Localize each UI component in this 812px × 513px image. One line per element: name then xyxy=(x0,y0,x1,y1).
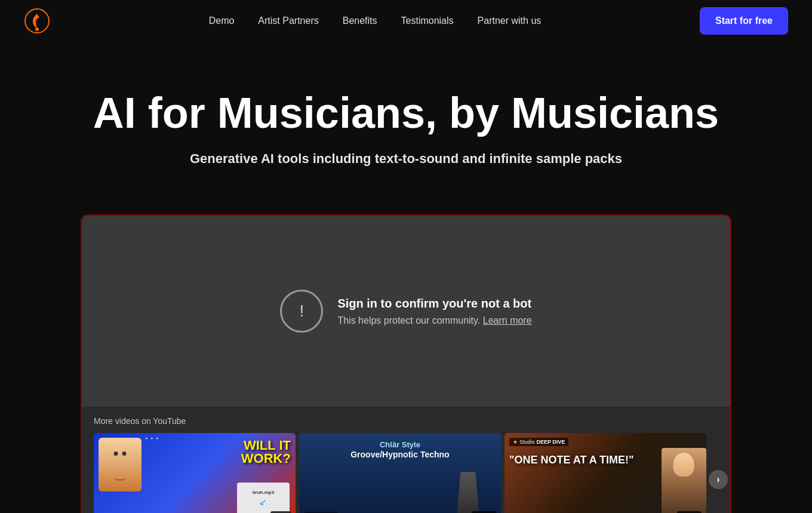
nav-item-testimonials[interactable]: Testimonials xyxy=(401,16,454,26)
navbar: Demo Artist Partners Benefits Testimonia… xyxy=(0,0,812,42)
logo-icon xyxy=(24,8,50,34)
video-section: ! Sign in to confirm you're not a bot Th… xyxy=(0,214,812,513)
youtube-strip: More videos on YouTube xyxy=(82,407,730,513)
nav-link-testimonials[interactable]: Testimonials xyxy=(401,16,454,26)
nav-links: Demo Artist Partners Benefits Testimonia… xyxy=(209,16,542,26)
youtube-label: More videos on YouTube xyxy=(94,416,718,426)
exclamation-icon: ! xyxy=(300,303,304,320)
video-thumbnail-2[interactable]: Chlär Style Groove/Hypnotic Techno ▦ Abl… xyxy=(299,433,501,513)
error-subtitle: This helps protect our community. Learn … xyxy=(337,315,531,326)
chevron-right-icon: › xyxy=(716,474,719,485)
video-container: ! Sign in to confirm you're not a bot Th… xyxy=(81,214,731,513)
thumb2-line2: Groove/Hypnotic Techno xyxy=(304,450,496,460)
video-thumbnails-wrapper: ✦ ✦ ✦ WILL IT WORK? bruh.mp3 ↙ xyxy=(94,433,718,513)
video-thumbnail-3[interactable]: ★ Studio DEEP DIVE "ONE NOTE AT A TIME!"… xyxy=(505,433,706,513)
thumb-1-background: ✦ ✦ ✦ WILL IT WORK? bruh.mp3 ↙ xyxy=(94,433,296,513)
hero-title: AI for Musicians, by Musicians xyxy=(24,90,788,137)
video-error: ! Sign in to confirm you're not a bot Th… xyxy=(256,266,555,357)
nav-link-benefits[interactable]: Benefits xyxy=(343,16,377,26)
thumb-3-background: ★ Studio DEEP DIVE "ONE NOTE AT A TIME!" xyxy=(505,433,706,513)
thumb-2-background: Chlär Style Groove/Hypnotic Techno ▦ Abl… xyxy=(299,433,501,513)
error-title: Sign in to confirm you're not a bot xyxy=(337,297,531,311)
error-icon-circle: ! xyxy=(280,290,323,333)
hero-subtitle: Generative AI tools including text-to-so… xyxy=(24,151,788,167)
thumb2-line1: Chlär Style xyxy=(304,440,496,450)
nav-link-artist-partners[interactable]: Artist Partners xyxy=(258,16,318,26)
logo-container[interactable] xyxy=(24,8,50,34)
video-thumbnails: ✦ ✦ ✦ WILL IT WORK? bruh.mp3 ↙ xyxy=(94,433,706,513)
thumb1-work-text: WORK? xyxy=(213,452,291,465)
learn-more-link[interactable]: Learn more xyxy=(483,315,532,325)
thumb3-badge: Studio xyxy=(519,439,535,445)
svg-point-1 xyxy=(35,27,39,31)
nav-item-partner[interactable]: Partner with us xyxy=(478,16,542,26)
error-message-block: Sign in to confirm you're not a bot This… xyxy=(337,297,531,326)
nav-item-artist-partners[interactable]: Artist Partners xyxy=(258,16,318,26)
hero-section: AI for Musicians, by Musicians Generativ… xyxy=(0,42,812,191)
video-thumbnail-1[interactable]: ✦ ✦ ✦ WILL IT WORK? bruh.mp3 ↙ xyxy=(94,433,296,513)
video-player: ! Sign in to confirm you're not a bot Th… xyxy=(82,216,730,407)
nav-link-partner[interactable]: Partner with us xyxy=(478,16,542,26)
thumb3-quote: "ONE NOTE AT A TIME!" xyxy=(509,454,659,467)
star-icon: ★ xyxy=(513,439,518,445)
thumb3-badge-bold: DEEP DIVE xyxy=(536,439,565,445)
carousel-next-button[interactable]: › xyxy=(709,470,728,489)
nav-item-demo[interactable]: Demo xyxy=(209,16,235,26)
start-for-free-button[interactable]: Start for free xyxy=(700,7,788,35)
nav-link-demo[interactable]: Demo xyxy=(209,16,235,26)
thumb1-will-text: WILL IT xyxy=(213,439,291,452)
nav-item-benefits[interactable]: Benefits xyxy=(343,16,377,26)
